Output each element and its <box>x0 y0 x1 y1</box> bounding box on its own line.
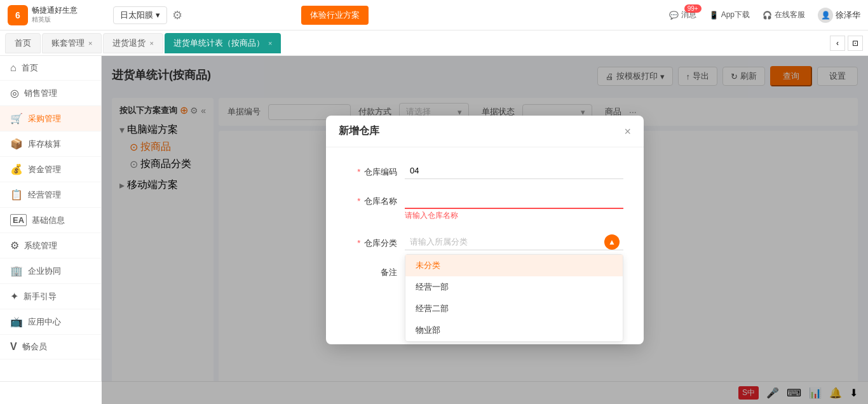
tab-purchase-return-close[interactable]: × <box>149 39 153 47</box>
sidebar-sales-label: 销售管理 <box>24 88 57 99</box>
sidebar-guide-label: 新手引导 <box>24 291 57 302</box>
tab-account-label: 账套管理 <box>51 37 85 49</box>
search-chevron-icon: ▾ <box>156 10 160 20</box>
code-input[interactable] <box>405 163 623 179</box>
category-input[interactable] <box>405 234 623 250</box>
tab-home-label: 首页 <box>15 37 31 49</box>
category-field-row: * 仓库分类 ▲ 未分类 经营一部 经营二部 物业部 <box>346 234 623 250</box>
app-download-label: App下载 <box>721 10 750 20</box>
tab-account[interactable]: 账套管理 × <box>42 33 102 53</box>
sidebar-item-home[interactable]: ⌂ 首页 <box>0 56 101 81</box>
search-value: 日太阳膜 <box>120 10 153 21</box>
name-field-row: * 仓库名称 请输入仓库名称 <box>346 192 623 221</box>
sidebar-finance-label: 资金管理 <box>28 164 61 175</box>
sidebar-operation-label: 经营管理 <box>28 189 61 201</box>
dropdown-item-property[interactable]: 物业部 <box>405 320 623 341</box>
sidebar-base-label: 基础信息 <box>32 215 65 226</box>
gear-icon[interactable]: ⚙ <box>172 8 182 22</box>
sales-icon: ◎ <box>10 87 19 99</box>
sidebar-item-member[interactable]: V 畅会员 <box>0 335 101 360</box>
top-header: 6 畅捷通好生意 精英版 日太阳膜 ▾ ⚙ 体验行业方案 💬 消息 99+ 📱 … <box>0 0 868 30</box>
sidebar-item-inventory[interactable]: 📦 库存核算 <box>0 131 101 157</box>
sidebar-member-label: 畅会员 <box>22 341 47 353</box>
note-label: 备注 <box>346 263 397 278</box>
sidebar-item-enterprise[interactable]: 🏢 企业协同 <box>0 259 101 284</box>
sidebar-appcenter-label: 应用中心 <box>28 316 61 328</box>
purchase-icon: 🛒 <box>10 112 23 125</box>
finance-icon: 💰 <box>10 163 23 175</box>
dialog-body: * 仓库编码 * 仓库名称 请输入仓库名称 <box>326 147 644 305</box>
sidebar-enterprise-label: 企业协同 <box>28 266 61 277</box>
dropdown-item-uncategorized[interactable]: 未分类 <box>405 255 623 276</box>
dialog-close-button[interactable]: × <box>624 126 631 137</box>
dropdown-item-dept1[interactable]: 经营一部 <box>405 276 623 298</box>
logo-title: 畅捷通好生意 <box>32 6 78 16</box>
name-input[interactable] <box>405 192 623 209</box>
main-layout: ⌂ 首页 ◎ 销售管理 🛒 采购管理 📦 库存核算 💰 资金管理 📋 经营管理 … <box>0 56 868 404</box>
sidebar-purchase-label: 采购管理 <box>28 113 61 125</box>
new-warehouse-dialog: 新增仓库 × * 仓库编码 * <box>326 116 644 344</box>
sidebar-inventory-label: 库存核算 <box>28 138 61 150</box>
code-label: * 仓库编码 <box>346 163 397 178</box>
name-error-msg: 请输入仓库名称 <box>405 210 623 221</box>
sidebar: ⌂ 首页 ◎ 销售管理 🛒 采购管理 📦 库存核算 💰 资金管理 📋 经营管理 … <box>0 56 102 404</box>
sidebar-home-label: 首页 <box>22 62 38 74</box>
logo-sub: 精英版 <box>32 15 78 24</box>
category-label: * 仓库分类 <box>346 234 397 249</box>
category-select-wrap: ▲ 未分类 经营一部 经营二部 物业部 <box>405 234 623 250</box>
code-field-row: * 仓库编码 <box>346 163 623 179</box>
tab-purchase-stats-label: 进货单统计表（按商品） <box>173 37 264 49</box>
guide-icon: ✦ <box>10 290 18 302</box>
username-label: 徐泽华 <box>836 10 860 21</box>
header-search: 日太阳膜 ▾ ⚙ <box>113 6 291 24</box>
home-icon: ⌂ <box>10 62 17 74</box>
sidebar-item-sales[interactable]: ◎ 销售管理 <box>0 81 101 106</box>
app-download-item[interactable]: 📱 App下载 <box>709 10 750 20</box>
tab-purchase-stats[interactable]: 进货单统计表（按商品） × <box>165 33 281 53</box>
header-right: 💬 消息 99+ 📱 App下载 🎧 在线客服 👤 徐泽华 <box>669 8 860 23</box>
category-toggle-button[interactable]: ▲ <box>604 234 620 250</box>
tab-prev-button[interactable]: ‹ <box>830 36 845 51</box>
sidebar-item-appcenter[interactable]: 📺 应用中心 <box>0 309 101 335</box>
dialog-overlay: 新增仓库 × * 仓库编码 * <box>102 56 868 404</box>
tab-purchase-stats-close[interactable]: × <box>268 39 272 47</box>
name-label: * 仓库名称 <box>346 192 397 207</box>
logo-icon: 6 <box>8 5 28 25</box>
enterprise-icon: 🏢 <box>10 265 23 277</box>
sidebar-item-finance[interactable]: 💰 资金管理 <box>0 157 101 182</box>
search-select[interactable]: 日太阳膜 ▾ <box>113 6 167 24</box>
avatar-icon: 👤 <box>818 8 833 23</box>
sidebar-item-operation[interactable]: 📋 经营管理 <box>0 182 101 208</box>
sidebar-item-base[interactable]: EA 基础信息 <box>0 208 101 233</box>
logo-area: 6 畅捷通好生意 精英版 <box>8 5 103 25</box>
phone-icon: 📱 <box>709 11 719 20</box>
member-icon: V <box>10 341 17 353</box>
inventory-icon: 📦 <box>10 138 23 150</box>
appcenter-icon: 📺 <box>10 316 23 328</box>
sidebar-item-system[interactable]: ⚙ 系统管理 <box>0 233 101 259</box>
tab-purchase-return-label: 进货退货 <box>112 37 146 49</box>
headset-icon: 🎧 <box>763 11 772 20</box>
dialog-header: 新增仓库 × <box>326 116 644 147</box>
content-area: 进货单统计(按商品) 🖨 按模板打印 ▾ ↑ 导出 ↻ 刷新 查询 设置 <box>102 56 868 404</box>
dropdown-item-dept2[interactable]: 经营二部 <box>405 298 623 320</box>
base-icon: EA <box>10 214 27 226</box>
sidebar-item-purchase[interactable]: 🛒 采购管理 <box>0 106 101 131</box>
tab-home[interactable]: 首页 <box>5 33 41 53</box>
category-dropdown: 未分类 经营一部 经营二部 物业部 <box>405 254 623 342</box>
dialog-title: 新增仓库 <box>339 125 379 138</box>
sidebar-item-guide[interactable]: ✦ 新手引导 <box>0 284 101 309</box>
tab-next-button[interactable]: ⊡ <box>848 36 863 51</box>
message-badge: 99+ <box>684 4 702 13</box>
user-avatar[interactable]: 👤 徐泽华 <box>818 8 860 23</box>
tab-purchase-return[interactable]: 进货退货 × <box>103 33 163 53</box>
system-icon: ⚙ <box>10 239 19 252</box>
message-icon: 💬 <box>669 11 679 20</box>
online-service-label: 在线客服 <box>775 10 805 20</box>
tab-account-close[interactable]: × <box>88 39 92 47</box>
experience-button[interactable]: 体验行业方案 <box>301 6 369 25</box>
tab-controls: ‹ ⊡ <box>830 36 863 51</box>
online-service-item[interactable]: 🎧 在线客服 <box>763 10 805 20</box>
operation-icon: 📋 <box>10 189 23 201</box>
message-icon-item[interactable]: 💬 消息 99+ <box>669 10 696 20</box>
